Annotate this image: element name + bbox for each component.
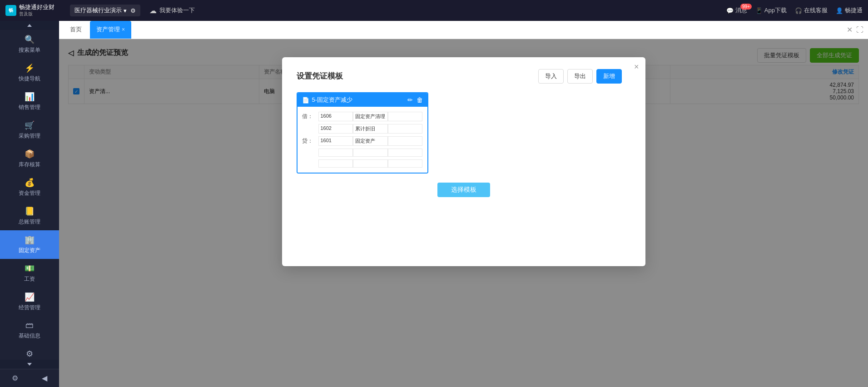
modal-close-button[interactable]: × [634,63,639,71]
empty2-code [318,159,353,168]
message-icon: 💬 [726,7,734,14]
customer-service-button[interactable]: 🎧 在线客服 [795,6,828,15]
template-row-2: 1602 累计折旧 [298,123,427,135]
empty1-name [353,149,388,157]
sidebar-item-operations[interactable]: 📈 经营管理 [0,288,59,316]
template-card-header: 📄 5-固定资产减少 ✏ 🗑 [298,93,427,107]
template-header-actions: ✏ 🗑 [407,96,423,104]
app-download-button[interactable]: 📱 App下载 [755,6,787,15]
sidebar-label-finance: 资金管理 [19,189,40,197]
window-controls: ✕ ⛶ [847,21,863,39]
sidebar-item-quicknav[interactable]: ⚡ 快捷导航 [0,59,59,87]
select-template-button[interactable]: 选择模板 [437,183,490,197]
template-edit-icon[interactable]: ✏ [407,96,413,104]
sidebar-label-payroll: 工资 [24,275,35,283]
phone-icon: 📱 [755,7,763,14]
row1-amount [388,112,423,121]
ledger-icon: 📒 [25,206,35,216]
logo-text: 畅捷通好业财 [19,4,55,11]
sidebar-scroll-down[interactable] [0,360,59,369]
dropdown-icon: ▾ [124,7,127,14]
company-name: 医疗器械行业演示 [74,6,122,15]
username-label: 畅捷通 [845,6,863,15]
sidebar-item-purchase[interactable]: 🛒 采购管理 [0,116,59,144]
new-template-button[interactable]: 新增 [596,69,622,84]
settings-icon[interactable]: ⚙ [130,7,136,14]
operations-icon: 📈 [25,292,35,302]
sidebar-item-ledger[interactable]: 📒 总账管理 [0,202,59,230]
template-row-1: 借： 1606 固定资产清理 [298,110,427,123]
import-button[interactable]: 导入 [538,69,564,84]
sidebar-item-system[interactable]: ⚙ 系统管理 [0,344,59,360]
empty1-grid [318,149,423,157]
inventory-icon: 📦 [25,149,35,159]
template-row-empty-2 [298,158,427,169]
content-area: ◁ 生成的凭证预览 批量凭证模板 全部生成凭证 变动类型 资产名称 固定资产原值… [59,39,868,387]
tab-home[interactable]: 首页 [64,21,88,39]
tab-assetmgmt[interactable]: 资产管理 × [90,21,131,39]
user-profile-button[interactable]: 👤 畅捷通 [836,6,863,15]
cloud-icon: ☁ [149,6,157,15]
sidebar-bottom: ⚙ ◀ [0,369,59,387]
row2-code: 1602 [318,124,353,134]
logo-sub: 普及版 [19,11,55,17]
row2-name: 累计折旧 [353,124,388,134]
sidebar-settings-icon[interactable]: ⚙ [12,374,18,382]
basic-icon: 🗃 [25,321,34,330]
modal-overlay[interactable]: 设置凭证模板 × 导入 导出 新增 📄 5-固定资产减少 ✏ [59,39,868,387]
company-selector[interactable]: 医疗器械行业演示 ▾ ⚙ [70,5,140,16]
trial-text: 我要体验一下 [159,6,195,15]
empty1-amount [388,149,423,157]
messages-badge: 99+ [740,4,752,10]
tab-assetmgmt-label: 资产管理 [96,25,120,34]
template-row-empty-1 [298,147,427,158]
empty2-grid [318,159,423,168]
template-id-name: 5-固定资产减少 [312,96,353,104]
sidebar-item-search[interactable]: 🔍 搜索菜单 [0,30,59,59]
sidebar-label-quicknav: 快捷导航 [19,75,40,83]
app-logo: 畅 畅捷通好业财 普及版 [5,4,64,17]
quicknav-icon: ⚡ [25,63,35,73]
headset-icon: 🎧 [795,7,802,14]
app-download-label: App下载 [764,6,787,15]
window-close-button[interactable]: ✕ [847,25,853,34]
topbar-right: 💬 消息 99+ 📱 App下载 🎧 在线客服 👤 畅捷通 [726,6,863,15]
row3-type: 贷： [302,137,316,145]
voucher-template-modal: 设置凭证模板 × 导入 导出 新增 📄 5-固定资产减少 ✏ [282,57,645,266]
sidebar-label-inventory: 库存核算 [19,161,40,169]
row3-name: 固定资产 [353,136,388,146]
row2-amount [388,124,423,134]
tab-home-label: 首页 [70,25,82,34]
tabbar: 首页 资产管理 × ✕ ⛶ [59,21,868,39]
sidebar-collapse-icon[interactable]: ◀ [42,374,47,382]
row1-code: 1606 [318,112,353,121]
sidebar-label-search: 搜索菜单 [19,46,40,54]
sidebar-item-fixedasset[interactable]: 🏢 固定资产 [0,230,59,259]
trial-banner: ☁ 我要体验一下 [149,6,195,15]
row3-grid: 1601 固定资产 [318,136,423,146]
export-button[interactable]: 导出 [567,69,593,84]
sidebar-item-basic[interactable]: 🗃 基础信息 [0,316,59,344]
sidebar-item-sales[interactable]: 📊 销售管理 [0,87,59,116]
sidebar-item-finance[interactable]: 💰 资金管理 [0,173,59,202]
system-icon: ⚙ [26,349,33,359]
row1-type: 借： [302,113,316,120]
sidebar-item-payroll[interactable]: 💵 工资 [0,259,59,288]
sidebar-label-basic: 基础信息 [19,332,40,340]
sidebar-scroll-up[interactable] [0,21,59,30]
tab-close-icon[interactable]: × [122,26,125,33]
empty2-amount [388,159,423,168]
sidebar-item-inventory[interactable]: 📦 库存核算 [0,144,59,173]
empty1-code [318,149,353,157]
sidebar: 🔍 搜索菜单 ⚡ 快捷导航 📊 销售管理 🛒 采购管理 📦 库存核算 💰 资金管… [0,21,59,387]
window-expand-button[interactable]: ⛶ [856,26,863,34]
messages-button[interactable]: 💬 消息 99+ [726,6,747,15]
row1-name: 固定资产清理 [353,112,388,121]
row1-grid: 1606 固定资产清理 [318,112,423,121]
template-doc-icon: 📄 [302,97,309,104]
template-delete-icon[interactable]: 🗑 [417,96,423,104]
template-body: 借： 1606 固定资产清理 1602 [298,107,427,173]
purchase-icon: 🛒 [25,120,35,130]
main-area: 首页 资产管理 × ✕ ⛶ ◁ 生成的凭证预览 批量凭证模板 全部生成凭证 [59,21,868,387]
customer-service-label: 在线客服 [804,6,828,15]
